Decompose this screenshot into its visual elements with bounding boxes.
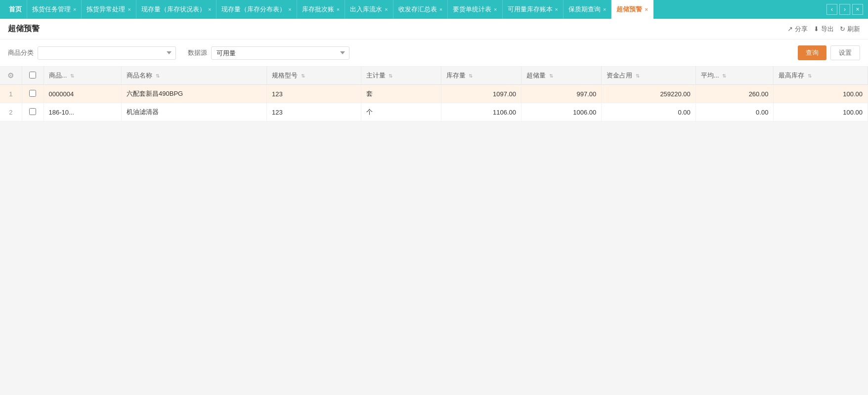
col-overstock[interactable]: 超储量 ⇅ [521,67,602,85]
table-row: 2186-10...机油滤清器123个1106.001006.000.000.0… [0,103,868,121]
col-avg[interactable]: 平均... ⇅ [695,67,774,85]
cell-overstock: 1006.00 [521,103,602,121]
query-button[interactable]: 查询 [798,45,826,60]
filter-actions: 查询 设置 [798,45,860,60]
col-stock[interactable]: 库存量 ⇅ [441,67,521,85]
topbar-item-inout[interactable]: 出入库流水× [345,0,393,19]
cell-name: 六配套新昌490BPG [122,85,267,103]
export-button[interactable]: ⬇ 导出 [814,25,834,34]
select-all-checkbox[interactable] [29,72,36,79]
col-name[interactable]: 商品名称 ⇅ [122,67,267,85]
cell-checkbox [22,103,43,121]
topbar-right: ‹ › × [825,4,864,15]
row-checkbox[interactable] [29,90,36,97]
sort-icon-spec: ⇅ [301,73,305,79]
sort-icon-unit: ⇅ [389,73,392,79]
topbar-item-label: 要货单统计表 [453,5,491,14]
row-checkbox[interactable] [29,108,36,115]
topbar-item-label: 出入库流水 [350,5,382,14]
topbar-item-label: 现存量（库存分布表） [221,5,286,14]
close-icon[interactable]: × [337,6,340,12]
cell-avg: 260.00 [695,85,774,103]
category-select[interactable] [38,46,176,60]
topbar-item-home[interactable]: 首页 [4,0,27,19]
col-checkbox [22,67,43,85]
topbar-item-stock-dist[interactable]: 现存量（库存分布表）× [217,0,297,19]
datasource-select[interactable]: 可用量 [211,46,349,60]
topbar-item-label: 首页 [9,5,22,14]
topbar-item-available[interactable]: 可用量库存账本× [503,0,564,19]
cell-stock: 1097.00 [441,85,521,103]
table-wrapper: ⚙ 商品... ⇅ 商品名称 ⇅ 规格型号 ⇅ 主计量 [0,67,868,121]
cell-rownum: 1 [0,85,22,103]
refresh-button[interactable]: ↻ 刷新 [840,25,860,34]
cell-max-stock: 100.00 [774,103,868,121]
datasource-filter: 数据源 可用量 [188,46,349,60]
close-icon[interactable]: × [645,6,648,12]
topbar: 首页拣货任务管理×拣货异常处理×现存量（库存状况表）×现存量（库存分布表）×库存… [0,0,868,19]
cell-code: 186-10... [43,103,122,121]
category-filter: 商品分类 [8,46,176,60]
sort-icon-capital: ⇅ [636,73,640,79]
cell-capital: 259220.00 [602,85,696,103]
topbar-item-label: 拣货任务管理 [32,5,71,14]
topbar-item-batch[interactable]: 库存批次账× [297,0,345,19]
topbar-item-collect[interactable]: 收发存汇总表× [393,0,448,19]
col-spec[interactable]: 规格型号 ⇅ [266,67,361,85]
col-unit[interactable]: 主计量 ⇅ [361,67,441,85]
topbar-item-label: 收发存汇总表 [398,5,437,14]
topbar-next-btn[interactable]: › [839,4,850,15]
filter-bar: 商品分类 数据源 可用量 查询 设置 [0,40,868,67]
close-icon[interactable]: × [555,6,558,12]
cell-checkbox [22,85,43,103]
cell-overstock: 997.00 [521,85,602,103]
close-icon[interactable]: × [208,6,211,12]
topbar-item-abnormal[interactable]: 拣货异常处理× [82,0,136,19]
refresh-icon: ↻ [840,25,845,33]
sort-icon-name: ⇅ [156,73,160,79]
topbar-item-label: 拣货异常处理 [87,5,125,14]
datasource-label: 数据源 [188,48,207,57]
close-icon[interactable]: × [494,6,497,12]
close-icon[interactable]: × [73,6,76,12]
col-code[interactable]: 商品... ⇅ [43,67,122,85]
close-icon[interactable]: × [603,6,606,12]
close-icon[interactable]: × [439,6,442,12]
cell-code: 0000004 [43,85,122,103]
cell-spec: 123 [266,103,361,121]
header-actions: ↗ 分享 ⬇ 导出 ↻ 刷新 [787,25,860,34]
share-icon: ↗ [787,25,793,33]
cell-spec: 123 [266,85,361,103]
topbar-item-label: 可用量库存账本 [508,5,553,14]
topbar-item-stock-status[interactable]: 现存量（库存状况表）× [136,0,217,19]
topbar-item-label: 库存批次账 [302,5,334,14]
sort-icon-max-stock: ⇅ [808,73,812,79]
cell-name: 机油滤清器 [122,103,267,121]
close-icon[interactable]: × [288,6,291,12]
sort-icon-stock: ⇅ [469,73,473,79]
topbar-item-label: 现存量（库存状况表） [141,5,206,14]
col-capital[interactable]: 资金占用 ⇅ [602,67,696,85]
data-table: ⚙ 商品... ⇅ 商品名称 ⇅ 规格型号 ⇅ 主计量 [0,67,868,121]
topbar-item-quality[interactable]: 保质期查询× [564,0,611,19]
share-button[interactable]: ↗ 分享 [787,25,808,34]
col-settings[interactable]: ⚙ [0,67,22,85]
export-icon: ⬇ [814,25,819,33]
topbar-item-overstock[interactable]: 超储预警× [611,0,653,19]
topbar-item-task[interactable]: 拣货任务管理× [27,0,82,19]
page-title: 超储预警 [8,24,40,34]
settings-button[interactable]: 设置 [830,45,860,60]
cell-unit: 套 [361,85,441,103]
cell-capital: 0.00 [602,103,696,121]
col-max-stock[interactable]: 最高库存 ⇅ [774,67,868,85]
gear-icon[interactable]: ⚙ [7,71,14,79]
sort-icon-code: ⇅ [70,73,74,79]
topbar-prev-btn[interactable]: ‹ [826,4,837,15]
sort-icon-overstock: ⇅ [549,73,553,79]
close-icon[interactable]: × [385,6,388,12]
topbar-item-order-stat[interactable]: 要货单统计表× [448,0,502,19]
cell-rownum: 2 [0,103,22,121]
table-header-row: ⚙ 商品... ⇅ 商品名称 ⇅ 规格型号 ⇅ 主计量 [0,67,868,85]
close-icon[interactable]: × [128,6,130,12]
topbar-more-btn[interactable]: × [852,4,863,15]
